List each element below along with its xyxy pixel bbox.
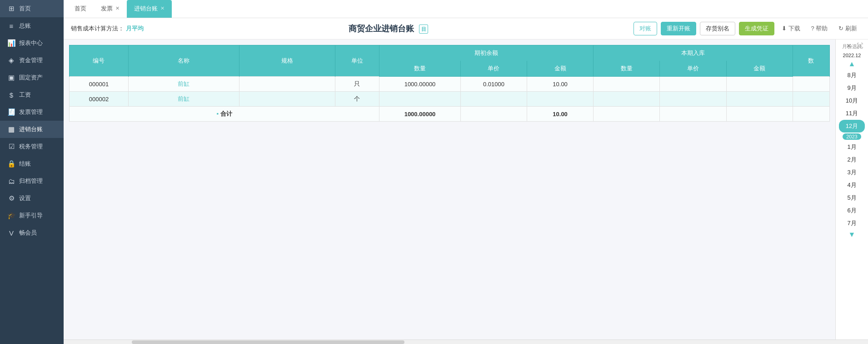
total-open-amount: 10.00 xyxy=(527,107,594,122)
cell-unit: 个 xyxy=(335,92,379,107)
sidebar-item-label: 畅会员 xyxy=(19,229,37,237)
cell-unit: 只 xyxy=(335,77,379,92)
sidebar-item-home[interactable]: ⊞ 首页 xyxy=(0,0,64,17)
sidebar-item-fixed-assets[interactable]: ▣ 固定资产 xyxy=(0,69,64,86)
content-area: ✕ ⛶ 编号 名称 规格 单位 期初余额 本期入库 数 xyxy=(64,39,868,339)
cell-open-qty: 1000.00000 xyxy=(379,77,461,92)
month-6[interactable]: 6月 xyxy=(836,204,868,217)
total-open-price xyxy=(460,107,527,122)
month-2[interactable]: 2月 xyxy=(836,153,868,166)
total-in-qty xyxy=(594,107,660,122)
sidebar-item-general-ledger[interactable]: ≡ 总账 xyxy=(0,17,64,34)
sidebar-item-report-center[interactable]: 📊 报表中心 xyxy=(0,34,64,52)
tab-purchase-sales[interactable]: 进销台账 ✕ xyxy=(127,0,172,18)
close-window-button[interactable]: ✕ xyxy=(844,41,853,50)
total-icon: ▪ xyxy=(216,110,219,117)
th-in-amount: 金额 xyxy=(726,61,793,77)
cell-open-price xyxy=(460,92,527,107)
tab-label: 首页 xyxy=(75,5,86,13)
name-link[interactable]: 前缸 xyxy=(178,95,190,102)
table-total-row: ▪ 合计 1000.00000 10.00 xyxy=(70,107,830,122)
cell-open-price: 0.01000 xyxy=(460,77,527,92)
download-button[interactable]: ⬇ 下载 xyxy=(778,22,804,35)
month-11[interactable]: 11月 xyxy=(836,107,868,120)
scrollbar-thumb[interactable] xyxy=(132,340,404,344)
sidebar-item-label: 税务管理 xyxy=(19,143,43,151)
month-8[interactable]: 8月 xyxy=(836,69,868,82)
tab-close-purchase-sales[interactable]: ✕ xyxy=(160,5,165,11)
page-title-icon[interactable]: 目 xyxy=(419,25,428,34)
tab-home[interactable]: 首页 xyxy=(67,0,94,18)
total-label: ▪ 合计 xyxy=(70,107,379,122)
reopen-button[interactable]: 重新开账 xyxy=(661,22,696,35)
month-scroll-down[interactable]: ▼ xyxy=(848,230,856,240)
month-10[interactable]: 10月 xyxy=(836,94,868,107)
sidebar-item-fund-management[interactable]: ◈ 资金管理 xyxy=(0,52,64,69)
sidebar-item-payroll[interactable]: $ 工资 xyxy=(0,86,64,103)
cell-name: 前缸 xyxy=(128,92,239,107)
month-5[interactable]: 5月 xyxy=(836,192,868,204)
total-in-amount xyxy=(726,107,793,122)
generate-voucher-button[interactable]: 生成凭证 xyxy=(739,22,774,35)
sidebar-item-closing[interactable]: 🔒 结账 xyxy=(0,155,64,172)
month-3[interactable]: 3月 xyxy=(836,166,868,179)
sidebar-item-label: 进销台账 xyxy=(19,125,43,133)
sidebar-item-label: 总账 xyxy=(19,22,31,30)
sidebar-item-purchase-sales[interactable]: ▦ 进销台账 xyxy=(0,121,64,138)
tab-label: 发票 xyxy=(101,5,113,13)
tab-close-invoice[interactable]: ✕ xyxy=(115,5,120,11)
report-icon: 📊 xyxy=(7,39,15,47)
th-in-price: 单价 xyxy=(660,61,726,77)
month-9[interactable]: 9月 xyxy=(836,82,868,94)
download-icon: ⬇ xyxy=(782,25,787,32)
sidebar-item-vip-member[interactable]: V 畅会员 xyxy=(0,224,64,241)
refresh-button[interactable]: ↻ 刷新 xyxy=(835,22,861,35)
month-4[interactable]: 4月 xyxy=(836,179,868,192)
save-alias-button[interactable]: 存货别名 xyxy=(700,22,735,35)
sidebar-item-label: 归档管理 xyxy=(19,177,43,185)
sidebar-item-invoice-management[interactable]: 🧾 发票管理 xyxy=(0,103,64,121)
close-icon: ✕ xyxy=(846,42,852,49)
month-7[interactable]: 7月 xyxy=(836,217,868,230)
sidebar-item-label: 报表中心 xyxy=(19,39,43,47)
month-scroll-up[interactable]: ▲ xyxy=(848,59,856,69)
cell-in-price xyxy=(660,77,726,92)
sidebar-item-settings[interactable]: ⚙ 设置 xyxy=(0,190,64,207)
sidebar-item-new-user-guide[interactable]: 🎓 新手引导 xyxy=(0,207,64,224)
ledger-icon: ≡ xyxy=(7,22,15,30)
tab-invoice[interactable]: 发票 ✕ xyxy=(94,0,127,18)
tabs-bar: 首页 发票 ✕ 进销台账 ✕ xyxy=(64,0,868,18)
sidebar-item-label: 固定资产 xyxy=(19,74,43,82)
name-link[interactable]: 前缸 xyxy=(178,80,190,87)
sidebar-item-archive-management[interactable]: 🗂 归档管理 xyxy=(0,172,64,190)
help-button[interactable]: ? 帮助 xyxy=(808,22,832,35)
reconcile-button[interactable]: 对账 xyxy=(634,22,657,35)
maximize-window-button[interactable]: ⛶ xyxy=(855,41,864,50)
th-open-qty: 数量 xyxy=(379,61,461,77)
cell-code: 000001 xyxy=(70,77,129,92)
closing-icon: 🔒 xyxy=(7,160,15,168)
main-table: 编号 名称 规格 单位 期初余额 本期入库 数 数量 单价 金额 数量 单价 xyxy=(69,45,830,122)
th-open-price: 单价 xyxy=(460,61,527,77)
sidebar-item-label: 资金管理 xyxy=(19,56,43,64)
tax-icon: ☑ xyxy=(7,143,15,151)
month-1[interactable]: 1月 xyxy=(836,141,868,153)
sidebar-item-tax-management[interactable]: ☑ 税务管理 xyxy=(0,138,64,155)
th-open-amount: 金额 xyxy=(527,61,594,77)
archive-icon: 🗂 xyxy=(7,177,15,185)
sidebar-item-label: 工资 xyxy=(19,91,31,99)
cell-open-amount: 10.00 xyxy=(527,77,594,92)
invoice-icon: 🧾 xyxy=(7,108,15,116)
month-12[interactable]: 12月 xyxy=(839,120,865,133)
cell-out xyxy=(793,77,829,92)
window-controls: ✕ ⛶ xyxy=(841,39,868,52)
th-spec: 规格 xyxy=(239,45,335,77)
settings-icon: ⚙ xyxy=(7,194,15,202)
assets-icon: ▣ xyxy=(7,74,15,82)
cell-spec xyxy=(239,77,335,92)
total-out xyxy=(793,107,829,122)
home-icon: ⊞ xyxy=(7,5,15,13)
table-area: 编号 名称 规格 单位 期初余额 本期入库 数 数量 单价 金额 数量 单价 xyxy=(64,39,835,339)
total-in-price xyxy=(660,107,726,122)
scrollbar-area[interactable] xyxy=(64,339,868,344)
